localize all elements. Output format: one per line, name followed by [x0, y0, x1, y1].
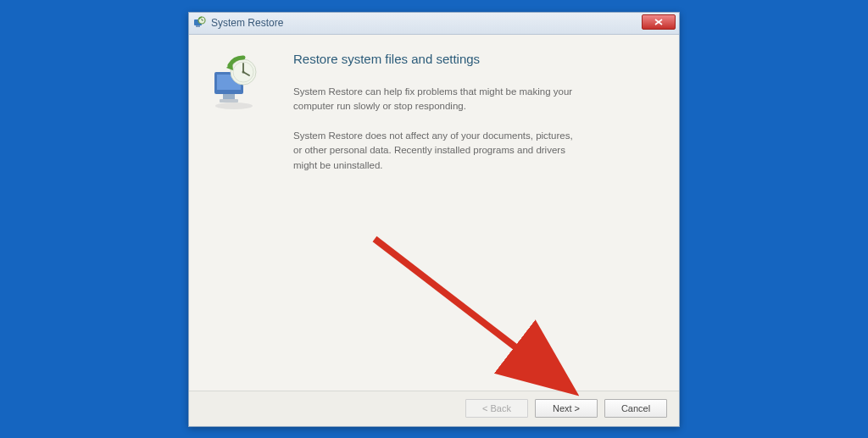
icon-column — [204, 50, 285, 382]
svg-point-11 — [242, 70, 245, 73]
system-restore-large-icon — [204, 53, 264, 113]
window-title: System Restore — [211, 17, 283, 29]
description-paragraph-2: System Restore does not affect any of yo… — [293, 129, 581, 173]
svg-rect-8 — [220, 99, 238, 103]
back-button: < Back — [465, 399, 528, 418]
wizard-button-row: < Back Next > Cancel — [189, 391, 679, 426]
system-restore-icon — [192, 16, 206, 30]
text-column: Restore system files and settings System… — [285, 50, 660, 382]
next-button[interactable]: Next > — [535, 399, 598, 418]
page-heading: Restore system files and settings — [293, 52, 660, 66]
close-icon — [654, 19, 663, 25]
titlebar[interactable]: System Restore — [189, 13, 679, 35]
content-area: Restore system files and settings System… — [189, 35, 679, 391]
cancel-button[interactable]: Cancel — [604, 399, 667, 418]
svg-rect-7 — [223, 94, 235, 99]
system-restore-window: System Restore — [188, 12, 680, 427]
close-button[interactable] — [642, 14, 676, 30]
svg-point-4 — [215, 103, 253, 109]
svg-rect-1 — [196, 25, 200, 27]
description-paragraph-1: System Restore can help fix problems tha… — [293, 85, 581, 114]
